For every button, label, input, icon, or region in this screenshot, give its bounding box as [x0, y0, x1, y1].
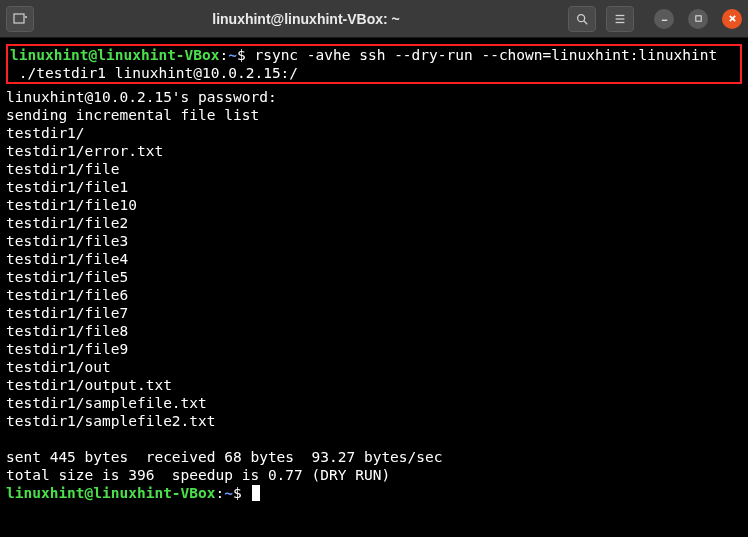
output-line: testdir1/file7: [6, 305, 128, 321]
svg-line-2: [584, 20, 588, 24]
terminal-area[interactable]: linuxhint@linuxhint-VBox:~$ rsync -avhe …: [0, 38, 748, 537]
prompt-path: ~: [224, 485, 233, 501]
output-line: testdir1/file10: [6, 197, 137, 213]
output-line: testdir1/file5: [6, 269, 128, 285]
output-line: testdir1/: [6, 125, 85, 141]
output-line: sent 445 bytes received 68 bytes 93.27 b…: [6, 449, 443, 465]
output-line: testdir1/file8: [6, 323, 128, 339]
prompt-userhost: linuxhint@linuxhint-VBox: [6, 485, 216, 501]
new-tab-button[interactable]: [6, 6, 34, 32]
output-line: sending incremental file list: [6, 107, 259, 123]
svg-point-1: [578, 14, 585, 21]
command-text: rsync -avhe ssh --dry-run --chown=linuxh…: [254, 47, 717, 63]
svg-rect-0: [14, 14, 24, 23]
output-line: testdir1/file1: [6, 179, 128, 195]
output-line: testdir1/out: [6, 359, 111, 375]
output-line: testdir1/file6: [6, 287, 128, 303]
window-title: linuxhint@linuxhint-VBox: ~: [44, 11, 568, 27]
titlebar: linuxhint@linuxhint-VBox: ~: [0, 0, 748, 38]
output-line: linuxhint@10.0.2.15's password:: [6, 89, 277, 105]
output-line: testdir1/file: [6, 161, 120, 177]
titlebar-controls: [568, 6, 742, 32]
output-line: testdir1/file9: [6, 341, 128, 357]
cursor: [252, 485, 260, 501]
output-line: testdir1/output.txt: [6, 377, 172, 393]
command-text-cont: ./testdir1 linuxhint@10.0.2.15:/: [10, 65, 298, 81]
menu-button[interactable]: [606, 6, 634, 32]
close-button[interactable]: [722, 9, 742, 29]
output-line: testdir1/file3: [6, 233, 128, 249]
maximize-button[interactable]: [688, 9, 708, 29]
output-line: total size is 396 speedup is 0.77 (DRY R…: [6, 467, 390, 483]
output-line: testdir1/error.txt: [6, 143, 163, 159]
output-line: testdir1/samplefile2.txt: [6, 413, 216, 429]
output-line: testdir1/samplefile.txt: [6, 395, 207, 411]
minimize-button[interactable]: [654, 9, 674, 29]
command-highlight: linuxhint@linuxhint-VBox:~$ rsync -avhe …: [6, 44, 742, 84]
search-button[interactable]: [568, 6, 596, 32]
output-line: testdir1/file2: [6, 215, 128, 231]
prompt-path: ~: [228, 47, 237, 63]
output-line: testdir1/file4: [6, 251, 128, 267]
svg-rect-7: [695, 16, 700, 21]
prompt-userhost: linuxhint@linuxhint-VBox: [10, 47, 220, 63]
